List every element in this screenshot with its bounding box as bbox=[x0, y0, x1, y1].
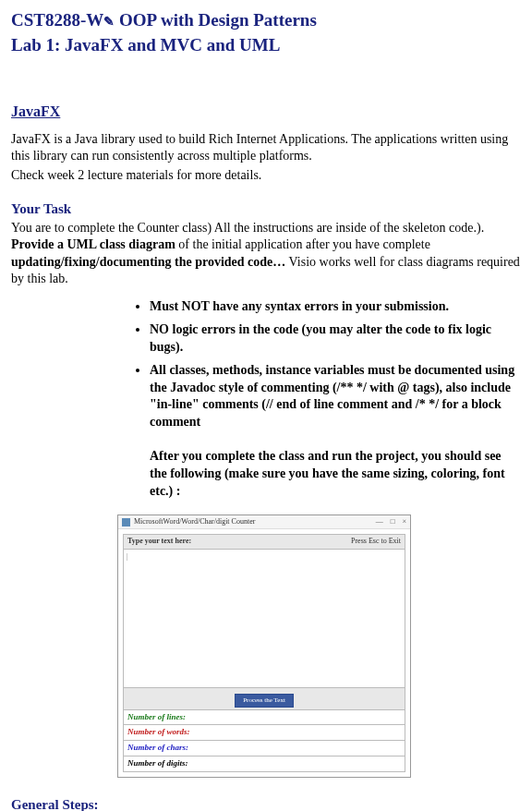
window-controls: — □ × bbox=[376, 517, 406, 527]
javafx-paragraph-1: JavaFX is a Java library used to build R… bbox=[11, 131, 521, 164]
text-input-area[interactable]: | bbox=[123, 550, 405, 688]
your-task-heading: Your Task bbox=[11, 200, 521, 219]
close-icon[interactable]: × bbox=[402, 517, 406, 527]
maximize-icon[interactable]: □ bbox=[391, 517, 395, 527]
javafx-paragraph-2: Check week 2 lecture materials for more … bbox=[11, 167, 521, 184]
task-intro-text1: You are to complete the Counter class) A… bbox=[11, 221, 484, 235]
type-label: Type your text here: bbox=[127, 537, 191, 546]
bullet-1: Must NOT have any syntax errors in your … bbox=[150, 298, 521, 316]
lab-title: Lab 1: JavaFX and MVC and UML bbox=[11, 34, 521, 57]
app-icon bbox=[122, 518, 130, 527]
after-note: After you complete the class and run the… bbox=[150, 448, 521, 501]
task-intro-bold1: Provide a UML class diagram bbox=[11, 237, 175, 251]
result-chars: Number of chars: bbox=[123, 741, 405, 757]
task-intro-text2: of the initial application after you hav… bbox=[175, 237, 430, 251]
course-title-line1: CST8288-W✎ OOP with Design Patterns bbox=[11, 9, 521, 32]
process-button[interactable]: Process the Text bbox=[235, 694, 294, 708]
type-bar: Type your text here: Press Esc to Exit bbox=[123, 534, 405, 549]
course-code: CST8288-W bbox=[11, 10, 103, 30]
result-digits: Number of digits: bbox=[123, 757, 405, 772]
result-lines: Number of lines: bbox=[123, 710, 405, 726]
minimize-icon[interactable]: — bbox=[376, 517, 383, 527]
app-titlebar: MicrosoftWord/Word/Char/digit Counter — … bbox=[118, 515, 410, 529]
javafx-heading-link[interactable]: JavaFX bbox=[11, 103, 521, 122]
type-hint: Press Esc to Exit bbox=[351, 537, 401, 546]
process-row: Process the Text bbox=[123, 688, 405, 710]
pencil-icon: ✎ bbox=[103, 14, 115, 30]
bullet-3: All classes, methods, instance variables… bbox=[150, 362, 521, 432]
task-intro: You are to complete the Counter class) A… bbox=[11, 220, 521, 287]
course-name: OOP with Design Patterns bbox=[115, 10, 317, 30]
app-body: Type your text here: Press Esc to Exit |… bbox=[118, 529, 410, 776]
bullet-2: NO logic errors in the code (you may alt… bbox=[150, 321, 521, 357]
task-bullet-list: Must NOT have any syntax errors in your … bbox=[150, 298, 521, 431]
app-window: MicrosoftWord/Word/Char/digit Counter — … bbox=[117, 514, 411, 778]
general-steps-heading: General Steps: bbox=[11, 796, 521, 811]
app-title-text: MicrosoftWord/Word/Char/digit Counter bbox=[134, 517, 376, 527]
task-intro-bold2: updating/fixing/documenting the provided… bbox=[11, 255, 285, 269]
result-words: Number of words: bbox=[123, 725, 405, 741]
